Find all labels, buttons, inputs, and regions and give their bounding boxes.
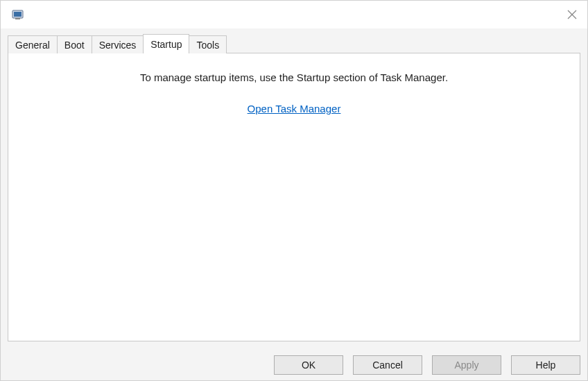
tabstrip: General Boot Services Startup Tools — [8, 34, 580, 53]
tab-services[interactable]: Services — [92, 35, 144, 53]
dialog-body: General Boot Services Startup Tools To m… — [1, 28, 587, 348]
cancel-button[interactable]: Cancel — [353, 355, 422, 375]
open-task-manager-link[interactable]: Open Task Manager — [248, 103, 341, 115]
apply-button[interactable]: Apply — [432, 355, 501, 375]
tab-tools[interactable]: Tools — [189, 35, 227, 53]
help-button[interactable]: Help — [511, 355, 580, 375]
close-icon — [567, 10, 577, 19]
close-button[interactable] — [565, 8, 579, 22]
svg-rect-2 — [15, 18, 20, 19]
titlebar — [1, 1, 587, 28]
tab-general[interactable]: General — [8, 35, 58, 53]
tab-boot[interactable]: Boot — [57, 35, 92, 53]
msconfig-icon — [12, 8, 26, 21]
dialog-button-row: OK Cancel Apply Help — [1, 348, 587, 380]
tab-startup[interactable]: Startup — [143, 34, 189, 53]
svg-rect-1 — [14, 12, 21, 17]
tab-container: General Boot Services Startup Tools To m… — [8, 34, 580, 341]
msconfig-window: General Boot Services Startup Tools To m… — [0, 0, 588, 381]
tab-content-startup: To manage startup items, use the Startup… — [8, 53, 580, 341]
startup-instruction-text: To manage startup items, use the Startup… — [21, 71, 567, 83]
ok-button[interactable]: OK — [274, 355, 343, 375]
